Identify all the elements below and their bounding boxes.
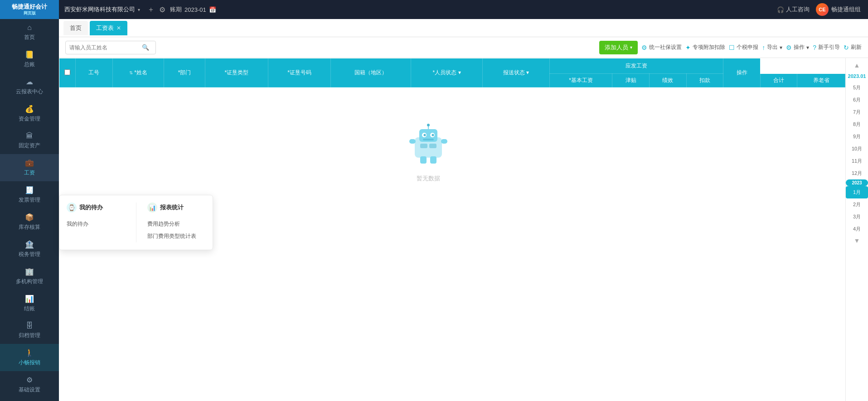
inventory-icon: 📦 <box>25 213 34 222</box>
add-person-button[interactable]: 添加人员 ▾ <box>599 41 638 54</box>
sidebar-item-ledger[interactable]: 📒 总账 <box>0 46 59 73</box>
popup-item-my-todo[interactable]: 我的待办 <box>67 218 125 230</box>
calendar-icon[interactable]: 📅 <box>209 6 216 13</box>
special-deduction-action[interactable]: ✦ 专项附加扣除 <box>685 43 725 51</box>
search-box: 🔍 <box>65 41 156 54</box>
tax-declaration-label: 个税申报 <box>737 43 758 51</box>
tax-declaration-action[interactable]: ☐ 个税申报 <box>729 43 758 51</box>
sidebar-item-new-guide[interactable]: ▶ 新手引导 <box>0 398 59 401</box>
th-emp-no: 工号 <box>76 58 113 87</box>
sidebar-label: 云报表中心 <box>16 88 43 96</box>
th-bonus: 绩效 <box>650 74 687 87</box>
month-item-10[interactable]: 10月 <box>846 143 868 155</box>
company-name: 西安虾米网络科技有限公司 <box>64 5 135 14</box>
sidebar-label: 固定资产 <box>19 142 40 150</box>
popup-col2-label: 报表统计 <box>160 203 184 212</box>
period-value[interactable]: 2023-01 <box>184 6 206 13</box>
month-item-6[interactable]: 6月 <box>846 94 868 106</box>
popup-menu: ⌚ 我的待办 我的待办 📊 报表统计 费用趋势分析 部门费用类型统计表 <box>59 195 213 250</box>
th-country: 国籍（地区） <box>331 58 411 87</box>
svg-rect-13 <box>409 139 416 144</box>
special-deduction-icon: ✦ <box>685 44 691 51</box>
month-item-8[interactable]: 8月 <box>846 118 868 130</box>
refresh-action[interactable]: ↻ 刷新 <box>844 43 862 51</box>
new-guide-action[interactable]: ? 新手引导 <box>813 43 840 51</box>
svg-point-4 <box>423 134 426 136</box>
svg-rect-12 <box>430 156 436 164</box>
svg-rect-14 <box>441 139 447 144</box>
sidebar-item-tax[interactable]: 🏦 税务管理 <box>0 236 59 263</box>
svg-rect-10 <box>429 144 436 148</box>
sidebar-item-home[interactable]: ⌂ 首页 <box>0 19 59 46</box>
cloud-report-icon: ☁ <box>26 77 33 86</box>
month-scroll-up[interactable]: ▲ <box>846 60 868 71</box>
sidebar-item-multi-org[interactable]: 🏢 多机构管理 <box>0 263 59 290</box>
sidebar-item-fund[interactable]: 💰 资金管理 <box>0 100 59 127</box>
sidebar-item-xiaochangbaoxiao[interactable]: 🚶 小畅报销 <box>0 344 59 371</box>
operations-action[interactable]: ⚙ 操作 ▾ <box>786 43 809 51</box>
month-item-2[interactable]: 2月 <box>846 198 868 211</box>
home-icon: ⌂ <box>27 24 32 32</box>
user-area[interactable]: CE 畅捷通组组 <box>816 3 861 16</box>
tab-home[interactable]: 首页 <box>63 21 88 35</box>
logo-text: 畅捷通好会计 网页版 <box>12 3 47 16</box>
export-action[interactable]: ↑ 导出 ▾ <box>762 43 782 51</box>
avatar: CE <box>816 3 829 16</box>
sidebar-item-archive[interactable]: 🗄 归档管理 <box>0 317 59 344</box>
top-bar: 畅捷通好会计 网页版 西安虾米网络科技有限公司 ▾ ＋ ⚙ 账期 2023-01… <box>0 0 868 19</box>
th-report-status: 报送状态 ▾ <box>482 58 549 87</box>
company-selector[interactable]: 西安虾米网络科技有限公司 ▾ <box>59 5 145 14</box>
th-base-salary: *基本工资 <box>549 74 612 87</box>
th-checkbox[interactable] <box>59 58 76 87</box>
fund-icon: 💰 <box>25 105 34 113</box>
popup-col1-label: 我的待办 <box>79 203 103 212</box>
add-icon[interactable]: ＋ <box>147 5 155 14</box>
sidebar-label: 小畅报销 <box>19 359 40 367</box>
toolbar: 🔍 添加人员 ▾ ⚙ 统一社保设置 ✦ 专项附加扣除 ☐ 个税申报 <box>59 37 868 58</box>
tab-salary-label: 工资表 <box>96 24 114 32</box>
month-item-5[interactable]: 5月 <box>846 82 868 94</box>
ledger-icon: 📒 <box>25 50 34 59</box>
search-icon[interactable]: 🔍 <box>142 44 149 51</box>
month-item-1[interactable]: 1月 <box>846 186 868 198</box>
sidebar-label: 税务管理 <box>19 251 40 258</box>
todo-icon: ⌚ <box>67 203 77 213</box>
month-item-12[interactable]: 12月 <box>846 167 868 179</box>
month-item-3[interactable]: 3月 <box>846 211 868 223</box>
tab-close-icon[interactable]: ✕ <box>116 25 121 31</box>
month-item-4[interactable]: 4月 <box>846 223 868 235</box>
sidebar-label: 总账 <box>24 61 35 68</box>
th-dept: *部门 <box>164 58 205 87</box>
toolbar-right: 添加人员 ▾ ⚙ 统一社保设置 ✦ 专项附加扣除 ☐ 个税申报 ↑ 导出 <box>599 41 862 54</box>
basic-settings-icon: ⚙ <box>26 376 33 384</box>
month-item-9[interactable]: 9月 <box>846 130 868 143</box>
month-scroll-down[interactable]: ▼ <box>846 235 868 246</box>
sidebar-item-accounts[interactable]: 📊 结账 <box>0 290 59 317</box>
select-all-checkbox[interactable] <box>64 69 70 75</box>
sidebar-item-basic-settings[interactable]: ⚙ 基础设置 <box>0 371 59 398</box>
sidebar-item-salary[interactable]: 💼 工资 <box>0 154 59 181</box>
sidebar-label: 发票管理 <box>19 196 40 204</box>
month-item-7[interactable]: 7月 <box>846 106 868 118</box>
service-button[interactable]: 🎧 人工咨询 <box>777 5 810 14</box>
search-input[interactable] <box>69 44 142 51</box>
sidebar-label: 基础设置 <box>19 386 40 394</box>
month-timeline: ▲ 2023.01 5月 6月 7月 8月 9月 10月 11月 12月 202… <box>845 58 868 401</box>
sidebar-item-invoice[interactable]: 🧾 发票管理 <box>0 181 59 208</box>
sidebar-item-cloud-report[interactable]: ☁ 云报表中心 <box>0 73 59 100</box>
sidebar-item-fixed-assets[interactable]: 🏛 固定资产 <box>0 127 59 154</box>
tab-salary[interactable]: 工资表 ✕ <box>90 21 127 35</box>
archive-icon: 🗄 <box>26 322 33 330</box>
sidebar-item-inventory[interactable]: 📦 库存核算 <box>0 208 59 236</box>
popup-item-cost-trend[interactable]: 费用趋势分析 <box>147 218 206 230</box>
sidebar-label: 首页 <box>24 34 35 41</box>
settings-icon[interactable]: ⚙ <box>159 5 165 14</box>
user-name: 畅捷通组组 <box>831 5 861 14</box>
popup-item-dept-cost[interactable]: 部门费用类型统计表 <box>147 230 206 242</box>
sidebar-label: 多机构管理 <box>16 278 43 285</box>
month-item-11[interactable]: 11月 <box>846 155 868 167</box>
th-subsidy: 津贴 <box>612 74 650 87</box>
period-label: 账期 <box>170 5 182 14</box>
sidebar: ⌂ 首页 📒 总账 ☁ 云报表中心 💰 资金管理 🏛 固定资产 💼 工资 🧾 发… <box>0 19 59 401</box>
social-security-action[interactable]: ⚙ 统一社保设置 <box>641 43 682 51</box>
